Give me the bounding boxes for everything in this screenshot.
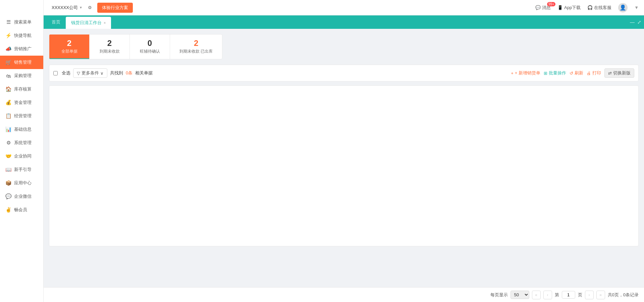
settings-button[interactable]: ⚙ [85,3,95,12]
stat-label-shipped: 到期未收款 已出库 [179,49,213,54]
toolbar-left: 全选 ▽ 更多条件 ∨ 共找到 0条 相关单据 [53,68,508,78]
page-label: 第 [555,292,559,298]
new-order-button[interactable]: + + 新增销货单 [511,70,540,76]
collab-icon: 🤝 [5,153,11,159]
message-icon: 💬 [535,5,541,10]
sidebar-item-guide[interactable]: 📖 新手引导 [0,163,43,176]
online-service-button[interactable]: 🎧 在线客服 [587,5,611,11]
sidebar-item-quicknav[interactable]: ⚡ 快捷导航 [0,29,43,42]
stat-label-all: 全部单据 [59,49,80,54]
sidebar-item-apps[interactable]: 📦 应用中心 [0,176,43,190]
toolbar: 全选 ▽ 更多条件 ∨ 共找到 0条 相关单据 + + 新增销货单 ⊞ 批量操作… [49,65,639,81]
app-download-button[interactable]: 📱 App下载 [557,5,581,11]
stat-label-wangfu: 旺辅待确认 [139,49,160,54]
stat-card-shipped[interactable]: 2 到期未收款 已出库 [170,35,222,59]
close-tab-icon[interactable]: × [104,21,106,25]
basics-icon: 📊 [5,126,11,132]
company-selector[interactable]: XXXXXX公司 ▼ [52,5,83,11]
header: 6 畅捷通好生意 标准版 XXXXXX公司 ▼ ⚙ 体验行业方案 💬 消息 99… [0,0,644,15]
member-icon: ✌ [5,207,11,213]
switch-icon: ⇄ [608,71,612,76]
filter-icon: ▽ [77,71,80,76]
sidebar-item-system[interactable]: ⚙ 系统管理 [0,136,43,149]
page-suffix: 页 [578,292,582,298]
sidebar-item-basics[interactable]: 📊 基础信息 [0,123,43,136]
message-button[interactable]: 💬 消息 99+ [535,5,551,11]
tab-workbench[interactable]: 钱货日清工作台 × [66,17,111,29]
stat-number-all: 2 [59,39,80,47]
message-badge: 99+ [547,2,555,6]
guide-icon: 📖 [5,167,11,173]
tab-bar: 首页 钱货日清工作台 × — ⤢ [44,15,644,29]
weixin-icon: 💬 [5,193,11,199]
stat-number-overdue: 2 [99,39,120,47]
print-icon: 🖨 [587,71,591,76]
finance-icon: 💰 [5,100,11,106]
next-page-button[interactable]: › [585,291,594,299]
avatar[interactable]: 👤 [618,3,628,12]
sidebar-item-operations[interactable]: 📋 经营管理 [0,109,43,123]
add-icon: + [511,71,514,76]
download-icon: 📱 [557,5,563,10]
header-right: 💬 消息 99+ 📱 App下载 🎧 在线客服 👤 ▼ [535,3,639,12]
sidebar-item-weixin[interactable]: 💬 企业微信 [0,190,43,203]
tab-expand-icon[interactable]: ⤢ [637,19,641,25]
company-name: XXXXXX公司 [52,5,78,11]
sales-icon: 🛒 [5,59,11,65]
tab-underline [49,58,89,59]
first-page-button[interactable]: « [532,291,541,299]
select-all-checkbox[interactable] [53,71,58,75]
sidebar-item-purchase[interactable]: 🛍 采购管理 [0,69,43,82]
toolbar-right: + + 新增销货单 ⊞ 批量操作 ↺ 刷新 🖨 打印 ⇄ 切换新版 [511,68,634,78]
stat-card-overdue[interactable]: 2 到期未收款 [90,35,130,59]
purchase-icon: 🛍 [5,73,11,79]
user-name[interactable]: ▼ [634,5,639,10]
operations-icon: 📋 [5,113,11,119]
sidebar-item-inventory[interactable]: 🏠 库存核算 [0,82,43,96]
sidebar-item-sales[interactable]: 🛒 销售管理 [0,56,43,69]
sidebar-item-collab[interactable]: 🤝 企业协同 [0,149,43,163]
select-all-label: 全选 [62,70,70,76]
tab-minimize-icon[interactable]: — [630,19,635,25]
per-page-select[interactable]: 50 20 100 [511,291,529,299]
quicknav-icon: ⚡ [5,33,11,39]
system-icon: ⚙ [5,140,11,146]
stat-cards: 2 全部单据 2 到期未收款 0 旺辅待确认 2 到期未收款 已出库 [49,34,222,59]
tab-bar-actions: — ⤢ [630,19,641,25]
company-dropdown-arrow: ▼ [79,6,83,9]
experience-button[interactable]: 体验行业方案 [97,3,133,13]
batch-button[interactable]: ⊞ 批量操作 [544,70,566,76]
filter-button[interactable]: ▽ 更多条件 ∨ [73,68,107,78]
tab-home[interactable]: 首页 [46,15,66,29]
sidebar-item-finance[interactable]: 💰 资金管理 [0,96,43,109]
prev-page-button[interactable]: ‹ [543,291,552,299]
inventory-icon: 🏠 [5,86,11,92]
sidebar-item-member[interactable]: ✌ 畅会员 [0,203,43,217]
last-page-button[interactable]: » [596,291,605,299]
main-content: 2 全部单据 2 到期未收款 0 旺辅待确认 2 到期未收款 已出库 全选 ▽ … [44,29,644,302]
per-page-label: 每页显示 [490,292,508,298]
switch-version-button[interactable]: ⇄ 切换新版 [604,68,634,78]
marketing-icon: 📣 [5,46,11,52]
stat-card-all[interactable]: 2 全部单据 [49,35,90,59]
pagination: 每页显示 50 20 100 « ‹ 第 1 页 › » 共0页，0条记录 [44,287,644,302]
sidebar-item-search[interactable]: ☰ 搜索菜单 [0,15,43,29]
print-button[interactable]: 🖨 打印 [587,70,601,76]
stat-label-overdue: 到期未收款 [99,49,120,54]
search-result-suffix: 相关单据 [135,70,153,76]
stat-card-wangfu[interactable]: 0 旺辅待确认 [130,35,170,59]
refresh-icon: ↺ [570,71,573,76]
search-result-count: 0条 [126,70,132,76]
total-info: 共0页，0条记录 [608,292,639,298]
stat-number-wangfu: 0 [139,39,160,47]
current-page-input[interactable]: 1 [562,291,575,299]
sidebar: ☰ 搜索菜单 ⚡ 快捷导航 📣 营销推广 🛒 销售管理 🛍 采购管理 🏠 库存核… [0,0,44,302]
search-menu-icon: ☰ [5,19,11,25]
sidebar-item-marketing[interactable]: 📣 营销推广 [0,42,43,56]
search-result-prefix: 共找到 [110,70,123,76]
filter-arrow-icon: ∨ [100,71,104,76]
table-area [49,85,639,246]
refresh-button[interactable]: ↺ 刷新 [570,70,583,76]
batch-icon: ⊞ [544,71,547,76]
stat-number-shipped: 2 [179,39,213,47]
